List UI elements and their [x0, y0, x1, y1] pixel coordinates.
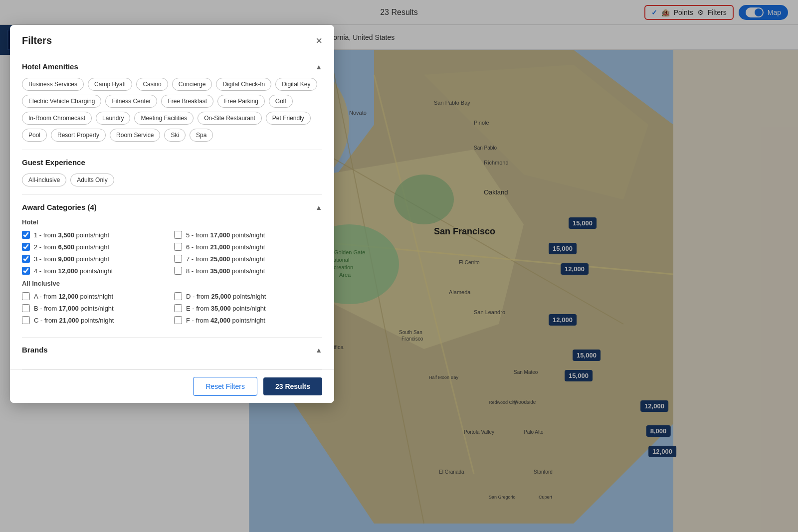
- modal-header: Filters ×: [10, 25, 334, 54]
- amenities-tags: Business Services Camp Hyatt Casino Conc…: [22, 78, 322, 142]
- tag-casino[interactable]: Casino: [136, 78, 168, 91]
- tag-digital-key[interactable]: Digital Key: [275, 78, 317, 91]
- tag-laundry[interactable]: Laundry: [96, 112, 130, 125]
- checkbox-cat5[interactable]: [174, 231, 182, 239]
- tag-fitness-center[interactable]: Fitness Center: [105, 95, 157, 108]
- tag-resort-property[interactable]: Resort Property: [51, 129, 106, 142]
- tag-free-parking[interactable]: Free Parking: [217, 95, 265, 108]
- category-d[interactable]: D - from 25,000 points/night: [174, 292, 322, 300]
- tag-pool[interactable]: Pool: [22, 129, 47, 142]
- chevron-up-amenities[interactable]: ▲: [315, 63, 322, 71]
- category-5[interactable]: 5 - from 17,000 points/night: [174, 231, 322, 239]
- category-a[interactable]: A - from 12,000 points/night: [22, 292, 170, 300]
- category-e[interactable]: E - from 35,000 points/night: [174, 304, 322, 312]
- category-8[interactable]: 8 - from 35,000 points/night: [174, 267, 322, 275]
- show-results-button[interactable]: 23 Results: [263, 377, 322, 395]
- category-4[interactable]: 4 - from 12,000 points/night: [22, 267, 170, 275]
- modal-body: Hotel Amenities ▲ Business Services Camp…: [10, 54, 334, 369]
- category-3[interactable]: 3 - from 9,000 points/night: [22, 255, 170, 263]
- checkbox-catB[interactable]: [22, 304, 30, 312]
- filters-modal: Filters × Hotel Amenities ▲ Business Ser…: [10, 25, 334, 403]
- tag-free-breakfast[interactable]: Free Breakfast: [161, 95, 213, 108]
- chevron-up-award[interactable]: ▲: [315, 203, 322, 211]
- hotel-amenities-section: Hotel Amenities ▲ Business Services Camp…: [22, 54, 322, 150]
- award-categories-section: Award Categories (4) ▲ Hotel 1 - from 3,…: [22, 195, 322, 338]
- checkbox-catD[interactable]: [174, 292, 182, 300]
- section-header-guest: Guest Experience: [22, 158, 322, 167]
- modal-overlay: Filters × Hotel Amenities ▲ Business Ser…: [0, 0, 798, 532]
- all-inclusive-subsection-label: All Inclusive: [22, 280, 322, 287]
- tag-golf[interactable]: Golf: [269, 95, 293, 108]
- tag-camp-hyatt[interactable]: Camp Hyatt: [88, 78, 132, 91]
- section-title-brands: Brands: [22, 346, 48, 354]
- modal-footer: Reset Filters 23 Results: [10, 369, 334, 403]
- tag-pet-friendly[interactable]: Pet Friendly: [266, 112, 311, 125]
- category-1[interactable]: 1 - from 3,500 points/night: [22, 231, 170, 239]
- all-inclusive-categories-grid: A - from 12,000 points/night D - from 25…: [22, 292, 322, 324]
- category-f[interactable]: F - from 42,000 points/night: [174, 316, 322, 324]
- checkbox-cat2[interactable]: [22, 243, 30, 251]
- tag-meeting-facilities[interactable]: Meeting Facilities: [134, 112, 194, 125]
- tag-room-service[interactable]: Room Service: [110, 129, 160, 142]
- category-c[interactable]: C - from 21,000 points/night: [22, 316, 170, 324]
- guest-experience-tags: All-inclusive Adults Only: [22, 174, 322, 186]
- checkbox-catC[interactable]: [22, 316, 30, 324]
- modal-title: Filters: [22, 35, 52, 46]
- checkbox-cat1[interactable]: [22, 231, 30, 239]
- checkbox-cat6[interactable]: [174, 243, 182, 251]
- checkbox-cat7[interactable]: [174, 255, 182, 263]
- checkbox-catA[interactable]: [22, 292, 30, 300]
- section-header-award: Award Categories (4) ▲: [22, 203, 322, 211]
- checkbox-catF[interactable]: [174, 316, 182, 324]
- checkbox-cat3[interactable]: [22, 255, 30, 263]
- tag-on-site-restaurant[interactable]: On-Site Restaurant: [198, 112, 262, 125]
- category-b[interactable]: B - from 17,000 points/night: [22, 304, 170, 312]
- brands-section: Brands ▲: [22, 338, 322, 369]
- close-button[interactable]: ×: [316, 35, 322, 46]
- tag-concierge[interactable]: Concierge: [172, 78, 212, 91]
- tag-digital-checkin[interactable]: Digital Check-In: [216, 78, 271, 91]
- category-6[interactable]: 6 - from 21,000 points/night: [174, 243, 322, 251]
- section-title-guest: Guest Experience: [22, 158, 85, 167]
- section-header-brands: Brands ▲: [22, 346, 322, 354]
- section-header-amenities: Hotel Amenities ▲: [22, 62, 322, 71]
- section-title-amenities: Hotel Amenities: [22, 62, 78, 71]
- reset-filters-button[interactable]: Reset Filters: [193, 377, 257, 396]
- tag-in-room-chromecast[interactable]: In-Room Chromecast: [22, 112, 92, 125]
- tag-ev-charging[interactable]: Electric Vehicle Charging: [22, 95, 101, 108]
- category-7[interactable]: 7 - from 25,000 points/night: [174, 255, 322, 263]
- chevron-up-brands[interactable]: ▲: [315, 346, 322, 354]
- section-title-award: Award Categories (4): [22, 203, 97, 211]
- tag-business-services[interactable]: Business Services: [22, 78, 84, 91]
- hotel-categories-grid: 1 - from 3,500 points/night 5 - from 17,…: [22, 231, 322, 275]
- category-2[interactable]: 2 - from 6,500 points/night: [22, 243, 170, 251]
- checkbox-cat4[interactable]: [22, 267, 30, 275]
- tag-adults-only[interactable]: Adults Only: [70, 174, 114, 186]
- tag-ski[interactable]: Ski: [164, 129, 186, 142]
- checkbox-cat8[interactable]: [174, 267, 182, 275]
- checkbox-catE[interactable]: [174, 304, 182, 312]
- tag-all-inclusive[interactable]: All-inclusive: [22, 174, 66, 186]
- hotel-subsection-label: Hotel: [22, 218, 322, 226]
- tag-spa[interactable]: Spa: [190, 129, 213, 142]
- guest-experience-section: Guest Experience All-inclusive Adults On…: [22, 150, 322, 195]
